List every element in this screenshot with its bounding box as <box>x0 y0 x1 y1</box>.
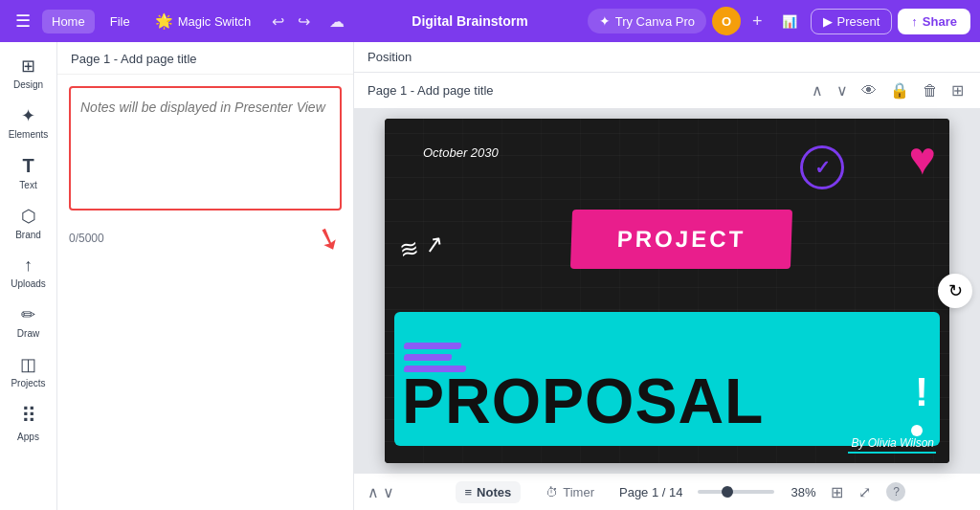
magic-switch-label: Magic Switch <box>178 14 252 29</box>
doc-title: Digital Brainstorm <box>402 10 537 33</box>
add-user-icon[interactable]: + <box>746 8 768 35</box>
share-label: Share <box>923 14 957 29</box>
left-panel-header: Page 1 - Add page title <box>57 42 353 75</box>
project-shape: PROJECT <box>570 210 792 269</box>
proposal-text: PROPOSAL <box>402 369 764 432</box>
zoom-slider-container: 38% <box>698 485 815 499</box>
undo-btn[interactable]: ↩ <box>266 9 290 34</box>
chevron-up-icon[interactable]: ∧ <box>809 78 826 102</box>
char-count: 0/5000 <box>69 228 104 249</box>
slide-canvas[interactable]: October 2030 ✓ ♥ ≋ ↗ PROJECT <box>385 119 949 463</box>
by-text: By Olivia Wilson <box>851 436 934 450</box>
draw-icon: ✏ <box>21 304 35 325</box>
sidebar: ⊞ Design ✦ Elements T Text ⬡ Brand ↑ Upl… <box>0 42 57 510</box>
right-panel: Position Page 1 - Add page title ∧ ∨ 👁 🔒… <box>354 42 980 510</box>
sidebar-item-draw[interactable]: ✏ Draw <box>4 299 54 344</box>
home-nav-btn[interactable]: Home <box>42 10 95 33</box>
purple-stroke-1 <box>403 343 461 349</box>
projects-icon: ◫ <box>20 354 36 375</box>
menu-icon[interactable]: ☰ <box>10 7 36 35</box>
zoom-slider[interactable] <box>698 490 774 494</box>
sidebar-item-text[interactable]: T Text <box>4 149 54 196</box>
bottom-left: ∧ ∨ <box>368 483 394 501</box>
refresh-btn[interactable]: ↻ <box>938 274 972 308</box>
timer-label: Timer <box>563 485 594 499</box>
grid-view-icon[interactable]: ⊞ <box>831 483 843 501</box>
sidebar-item-apps[interactable]: ⠿ Apps <box>4 398 54 448</box>
sidebar-item-uploads[interactable]: ↑ Uploads <box>4 250 54 295</box>
apps-label: Apps <box>17 432 39 442</box>
stats-btn[interactable]: 📊 <box>774 10 805 33</box>
nav-down-icon[interactable]: ∨ <box>383 483 394 501</box>
projects-label: Projects <box>11 378 45 388</box>
main-layout: ⊞ Design ✦ Elements T Text ⬡ Brand ↑ Upl… <box>0 42 980 510</box>
present-icon: ▶ <box>823 14 833 29</box>
lock-icon[interactable]: 🔒 <box>887 78 912 102</box>
notes-label: Notes <box>477 485 511 499</box>
underline-accent <box>848 452 936 454</box>
sidebar-item-elements[interactable]: ✦ Elements <box>4 100 54 145</box>
notes-icon: ≡ <box>465 485 473 499</box>
slide-sub-header: Page 1 - Add page title ∧ ∨ 👁 🔒 🗑 ⊞ <box>354 73 980 109</box>
sidebar-item-design[interactable]: ⊞ Design <box>4 50 54 96</box>
zoom-slider-thumb <box>722 486 733 498</box>
position-label: Position <box>368 50 412 64</box>
exclamation-mark: ! <box>915 369 928 415</box>
white-dot <box>911 425 923 436</box>
sidebar-item-brand[interactable]: ⬡ Brand <box>4 200 54 246</box>
text-label: Text <box>19 180 36 190</box>
present-btn[interactable]: ▶ Present <box>811 9 893 34</box>
user-avatar[interactable]: O <box>712 7 741 35</box>
nav-up-icon[interactable]: ∧ <box>368 483 379 501</box>
expand-icon[interactable]: ⊞ <box>948 78 967 102</box>
redo-btn[interactable]: ↪ <box>292 9 316 34</box>
left-panel: Page 1 - Add page title 0/5000 ➘ <box>57 42 354 510</box>
fullscreen-icon[interactable]: ⤢ <box>858 483 871 501</box>
elements-label: Elements <box>9 129 49 140</box>
uploads-icon: ↑ <box>24 255 33 276</box>
trash-icon[interactable]: 🗑 <box>920 79 941 102</box>
page-info: Page 1 / 14 <box>619 485 683 499</box>
help-icon[interactable]: ? <box>886 482 905 501</box>
chevron-down-icon[interactable]: ∨ <box>834 78 851 102</box>
magic-switch-btn[interactable]: 🌟 Magic Switch <box>145 8 261 34</box>
draw-label: Draw <box>17 328 39 339</box>
elements-icon: ✦ <box>21 105 35 126</box>
share-btn[interactable]: ↑ Share <box>898 9 970 34</box>
canva-pro-label: Try Canva Pro <box>615 14 695 29</box>
zoom-percent: 38% <box>782 485 815 499</box>
timer-icon: ⏱ <box>546 485 558 499</box>
brand-icon: ⬡ <box>21 206 36 227</box>
notes-area-container: 0/5000 ➘ <box>57 75 353 510</box>
design-icon: ⊞ <box>21 55 35 77</box>
slide-header-actions: ∧ ∨ 👁 🔒 🗑 ⊞ <box>809 78 967 102</box>
design-label: Design <box>13 79 43 90</box>
timer-tab[interactable]: ⏱ Timer <box>536 481 604 503</box>
nav-arrows: ∧ ∨ <box>368 483 394 501</box>
notes-tab[interactable]: ≡ Notes <box>456 481 522 503</box>
uploads-label: Uploads <box>11 278 46 289</box>
apps-icon: ⠿ <box>21 404 36 429</box>
file-nav-btn[interactable]: File <box>100 10 140 33</box>
slide-date: October 2030 <box>423 145 499 160</box>
project-text: PROJECT <box>616 226 746 253</box>
share-icon: ↑ <box>911 14 918 29</box>
canvas-area: October 2030 ✓ ♥ ≋ ↗ PROJECT <box>354 109 980 473</box>
topbar: ☰ Home File 🌟 Magic Switch ↩ ↪ ☁ Digital… <box>0 0 980 42</box>
heart-decoration: ♥ <box>909 136 937 182</box>
magic-switch-emoji: 🌟 <box>155 12 173 30</box>
notes-textarea[interactable] <box>69 86 342 211</box>
right-panel-header: Position <box>354 42 980 73</box>
undo-redo-group: ↩ ↪ <box>266 9 316 34</box>
try-canva-pro-btn[interactable]: ✦ Try Canva Pro <box>588 9 706 33</box>
present-label: Present <box>837 14 880 29</box>
sidebar-item-projects[interactable]: ◫ Projects <box>4 348 54 394</box>
circle-check-icon: ✓ <box>800 145 844 189</box>
slide-header-text: Page 1 - Add page title <box>368 83 494 98</box>
arrow-indicator: ➘ <box>310 217 346 260</box>
brand-label: Brand <box>15 230 41 240</box>
bottom-bar: ∧ ∨ ≡ Notes ⏱ Timer Page 1 / 14 <box>354 473 980 510</box>
text-icon: T <box>22 155 33 177</box>
canva-pro-star: ✦ <box>599 13 611 29</box>
eye-icon[interactable]: 👁 <box>858 79 880 102</box>
